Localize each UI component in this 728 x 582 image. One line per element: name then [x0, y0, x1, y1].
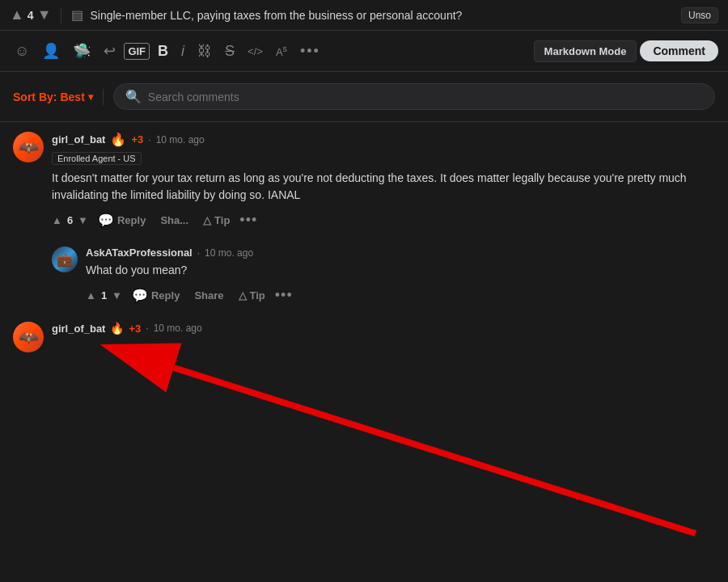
- flair-badge: Enrolled Agent - US: [52, 152, 142, 165]
- strikethrough-icon[interactable]: S: [220, 40, 239, 63]
- upvote-action[interactable]: ▲: [86, 289, 96, 302]
- share-button[interactable]: Sha...: [155, 212, 193, 229]
- avatar: 💼: [52, 247, 78, 272]
- comment-time: 10 mo. ago: [154, 323, 202, 334]
- link-icon[interactable]: ⛓: [193, 40, 217, 63]
- comment-body: girl_of_bat 🔥 +3 · 10 mo. ago: [52, 322, 715, 352]
- comment-time-dot: ·: [197, 247, 200, 259]
- vote-count: 4: [28, 9, 34, 22]
- comment-username[interactable]: girl_of_bat: [52, 133, 105, 146]
- flame-icon: 🔥: [110, 132, 126, 147]
- sort-search-bar: Sort By: Best ▾ 🔍: [0, 72, 728, 122]
- tip-button[interactable]: △ Tip: [234, 287, 270, 304]
- comment-actions: ▲ 6 ▼ 💬 Reply Sha... △ Tip •••: [52, 210, 715, 230]
- tip-button[interactable]: △ Tip: [198, 212, 235, 229]
- bold-button[interactable]: B: [153, 40, 173, 63]
- alien-icon[interactable]: 🛸: [68, 39, 95, 63]
- avatar-image: 💼: [52, 247, 78, 272]
- post-title: Single-member LLC, paying taxes from the…: [90, 9, 675, 22]
- share-button[interactable]: Share: [189, 287, 228, 304]
- chevron-down-icon: ▾: [88, 91, 93, 103]
- karma-badge: +3: [129, 323, 141, 335]
- comment-item: 🦇 girl_of_bat 🔥 +3 · 10 mo. ago Enrolled…: [13, 132, 715, 230]
- gif-button[interactable]: GIF: [124, 43, 150, 60]
- comment-time: 10 mo. ago: [205, 247, 253, 259]
- time-ago: ·: [148, 134, 150, 146]
- more-options-icon[interactable]: •••: [295, 40, 325, 63]
- avatar-image: 🦇: [13, 132, 44, 162]
- markdown-mode-button[interactable]: Markdown Mode: [534, 40, 637, 62]
- upvote-icon: ▲: [52, 214, 62, 226]
- reddit-icon[interactable]: 👤: [37, 39, 65, 63]
- downvote-icon: ▼: [78, 214, 88, 226]
- editor-toolbar: ☺ 👤 🛸 ↩ GIF B i ⛓ S </> As ••• Markdown …: [0, 31, 728, 72]
- reply-icon: 💬: [132, 288, 148, 303]
- vertical-divider: [61, 7, 61, 23]
- upvote-icon: ▲: [86, 289, 96, 302]
- upvote-action[interactable]: ▲: [52, 214, 62, 226]
- reply-button[interactable]: 💬 Reply: [93, 210, 150, 230]
- avatar-image: 🦇: [13, 322, 44, 352]
- share-label: Sha...: [160, 214, 188, 226]
- karma-badge: +3: [131, 133, 143, 146]
- unsolved-badge: Unso: [681, 7, 718, 23]
- vote-section: ▲ 4 ▼: [10, 6, 51, 23]
- more-button[interactable]: •••: [239, 212, 257, 229]
- downvote-action[interactable]: ▼: [112, 289, 122, 302]
- flame-icon: 🔥: [110, 322, 124, 335]
- downvote-action[interactable]: ▼: [78, 214, 88, 226]
- comment-actions: ▲ 1 ▼ 💬 Reply Share △ Tip: [86, 285, 715, 306]
- downvote-icon: ▼: [112, 289, 122, 302]
- reply-icon: 💬: [98, 213, 114, 228]
- time-dot: ·: [146, 323, 148, 334]
- comment-text: What do you mean?: [86, 262, 715, 279]
- sort-by-button[interactable]: Sort By: Best ▾: [13, 91, 93, 103]
- comment-meta: girl_of_bat 🔥 +3 · 10 mo. ago: [52, 322, 715, 335]
- avatar: 🦇: [13, 132, 44, 162]
- comment-meta: AskATaxProfessional · 10 mo. ago: [86, 247, 715, 259]
- tip-label: Tip: [214, 214, 230, 226]
- reply-label: Reply: [151, 289, 180, 302]
- comment-item: 🦇 girl_of_bat 🔥 +3 · 10 mo. ago: [13, 322, 715, 352]
- comments-area: 🦇 girl_of_bat 🔥 +3 · 10 mo. ago Enrolled…: [0, 122, 728, 378]
- comment-text: It doesn't matter for your tax return as…: [52, 170, 715, 204]
- undo-icon[interactable]: ↩: [99, 39, 121, 63]
- sub-comment: 💼 AskATaxProfessional · 10 mo. ago What …: [52, 247, 715, 306]
- comment-vote-count: 1: [101, 289, 107, 302]
- downvote-button[interactable]: ▼: [37, 6, 52, 23]
- post-type-icon: ▤: [71, 7, 83, 23]
- more-button[interactable]: •••: [275, 287, 293, 304]
- code-icon[interactable]: </>: [243, 42, 268, 61]
- tip-icon: △: [203, 214, 211, 226]
- reply-label: Reply: [117, 214, 146, 226]
- comment-username[interactable]: AskATaxProfessional: [86, 247, 193, 259]
- upvote-button[interactable]: ▲: [10, 6, 24, 23]
- superscript-icon[interactable]: As: [271, 40, 292, 61]
- comment-meta: girl_of_bat 🔥 +3 · 10 mo. ago: [52, 132, 715, 147]
- svg-line-1: [174, 368, 696, 534]
- comment-time: 10 mo. ago: [156, 134, 205, 146]
- emoji-icon[interactable]: ☺: [10, 40, 34, 63]
- italic-button[interactable]: i: [176, 40, 189, 63]
- comment-body: girl_of_bat 🔥 +3 · 10 mo. ago Enrolled A…: [52, 132, 715, 230]
- sort-by-label: Sort By:: [13, 91, 57, 103]
- comment-vote-count: 6: [67, 214, 73, 226]
- comment-body: AskATaxProfessional · 10 mo. ago What do…: [86, 247, 715, 306]
- comment-item: 💼 AskATaxProfessional · 10 mo. ago What …: [52, 247, 715, 306]
- comment-button[interactable]: Comment: [640, 40, 718, 61]
- search-icon: 🔍: [125, 89, 142, 104]
- sort-search-divider: [103, 89, 104, 105]
- sort-by-value: Best: [60, 91, 84, 103]
- search-box[interactable]: 🔍: [113, 83, 715, 110]
- share-label: Share: [194, 289, 223, 302]
- tip-icon: △: [239, 289, 247, 302]
- comment-username[interactable]: girl_of_bat: [52, 323, 105, 335]
- tip-label: Tip: [250, 289, 265, 302]
- avatar: 🦇: [13, 322, 44, 352]
- search-input[interactable]: [148, 91, 703, 103]
- reply-button[interactable]: 💬 Reply: [127, 285, 184, 306]
- header-bar: ▲ 4 ▼ ▤ Single-member LLC, paying taxes …: [0, 0, 728, 31]
